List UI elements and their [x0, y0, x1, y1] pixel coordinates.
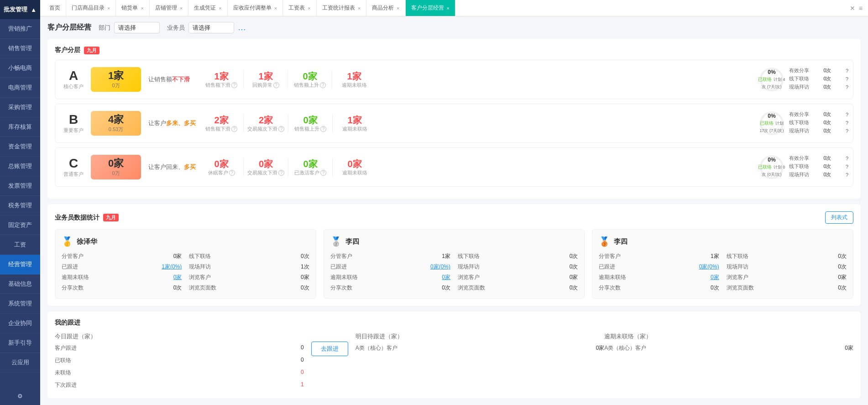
content-area: 客户分层经营 部门 请选择 业务员 请选择 … 客户分层 九月 [40, 16, 868, 405]
followup-section: 我的跟进 今日跟进（家） 客户跟进 0 已联络 0 [47, 311, 861, 398]
tier-stat2-b[interactable]: 2家 交易频次下滑 ? [247, 115, 284, 132]
staff-stat-2-2: 已跟进 0家(0%) [599, 263, 719, 271]
sidebar-item-经营管理[interactable]: 经营管理 [0, 255, 40, 274]
sidebar-item-库存核算[interactable]: 库存核算 [0, 117, 40, 137]
tier-stat2-c[interactable]: 0家 交易频次下滑 ? [247, 158, 284, 176]
tier-circle-c: 0% 已联络 计划 0次 (0天/次) [758, 153, 785, 181]
tier-stats-b: 2家 销售额下滑 ? 2家 交易频次下滑 ? 0家 销售额上升 ? 1家 逾期未… [203, 114, 754, 132]
month-badge: 九月 [84, 47, 99, 54]
tier-stat4-b[interactable]: 1家 逾期未联络 [336, 115, 373, 132]
tab-close-icon[interactable]: × [180, 5, 183, 11]
dept-select[interactable]: 请选择 [114, 22, 160, 33]
biz-month-badge: 九月 [103, 214, 119, 221]
tab-close-icon[interactable]: × [397, 5, 399, 11]
tier-stat2-a[interactable]: 1家 回购异常 ? [247, 71, 284, 89]
sidebar-title: 批发管理 [4, 5, 27, 14]
dept-label: 部门 [99, 24, 110, 32]
tier-circle-a: 0% 已联络 计划 4次 (7天/次) [758, 66, 785, 93]
staff-stat-1-2: 已跟进 0家(0%) [330, 263, 450, 271]
tab-店铺管理[interactable]: 店铺管理× [150, 0, 188, 16]
sidebar-item-系统管理[interactable]: 系统管理 [0, 294, 40, 314]
staff-stat-1-3: 现场拜访 0次 [458, 263, 578, 271]
sidebar-item-基础信息[interactable]: 基础信息 [0, 274, 40, 294]
sales-select[interactable]: 请选择 [188, 22, 234, 33]
sidebar-item-资金管理[interactable]: 资金管理 [0, 137, 40, 157]
sidebar-item-固定资产[interactable]: 固定资产 [0, 216, 40, 235]
staff-name-2: 李四 [614, 237, 627, 246]
sidebar-item-云应用[interactable]: 云应用 [0, 353, 40, 373]
tier-right-stats-a: 有效分享 0次 ? 线下联络 0次 ? 现场拜访 0次 ? [789, 67, 848, 92]
staff-name-0: 徐泽华 [77, 237, 97, 246]
tier-stat4-c[interactable]: 0家 逾期未联络 [336, 158, 373, 176]
today-row-2: 已联络 0 [55, 357, 304, 364]
sidebar-item-工资[interactable]: 工资 [0, 235, 40, 255]
tier-stat1-c[interactable]: 0家 休眠客户 ? [203, 158, 240, 176]
sidebar-item-新手引导[interactable]: 新手引导 [0, 333, 40, 353]
staff-name-row-2: 🥉 李四 [599, 236, 847, 247]
sidebar-item-采购管理[interactable]: 采购管理 [0, 98, 40, 117]
sidebar-header[interactable]: 批发管理 ▲ [0, 0, 40, 19]
tab-商品分析[interactable]: 商品分析× [366, 0, 405, 16]
today-row-3: 未联络 0 [55, 369, 304, 377]
sidebar-item-税务管理[interactable]: 税务管理 [0, 196, 40, 216]
tier-count-c[interactable]: 0家 0万 [91, 155, 141, 179]
staff-stat-2-7: 浏览页面数 0次 [727, 284, 847, 292]
tab-客户分层经营[interactable]: 客户分层经营× [406, 0, 455, 16]
more-filters-icon[interactable]: … [238, 23, 246, 32]
staff-stat-1-4: 逾期未联络 0家 [330, 274, 450, 281]
go-followup-button[interactable]: 去跟进 [311, 342, 348, 356]
tab-应收应付调整单[interactable]: 应收应付调整单× [228, 0, 283, 16]
tier-count-b[interactable]: 4家 0.53万 [91, 111, 141, 135]
list-view-button[interactable]: 列表式 [825, 211, 853, 224]
tab-工资表[interactable]: 工资表× [283, 0, 316, 16]
tab-销货单[interactable]: 销货单× [116, 0, 149, 16]
staff-stat-0-3: 现场拜访 1次 [189, 263, 309, 271]
more-tabs-icon[interactable]: ≡ [859, 5, 863, 12]
tier-label-b: B 重要客户 [60, 113, 87, 134]
tier-suggestion-b: 让客户多来、多买 [145, 119, 199, 127]
tier-stat3-c[interactable]: 0家 已激活客户 ? [292, 158, 329, 176]
tab-close-icon[interactable]: × [447, 5, 450, 11]
sidebar-item-营销推广[interactable]: 营销推广 [0, 19, 40, 39]
tab-close-icon[interactable]: × [219, 5, 221, 11]
tier-stat3-b[interactable]: 0家 销售额上升 ? [292, 115, 329, 132]
biz-section-header: 业务员数据统计 九月 列表式 [55, 211, 853, 224]
staff-stat-0-4: 逾期未联络 0家 [62, 274, 182, 281]
sidebar-item-发票管理[interactable]: 发票管理 [0, 176, 40, 196]
tab-bar-actions: ✕ ≡ [850, 5, 864, 12]
tab-close-icon[interactable]: × [274, 5, 277, 11]
settings-button[interactable]: ⚙ [0, 387, 40, 405]
tab-工资统计报表[interactable]: 工资统计报表× [317, 0, 366, 16]
main-area: 首页门店商品目录×销货单×店铺管理×生成凭证×应收应付调整单×工资表×工资统计报… [40, 0, 868, 405]
sidebar-item-企业协同[interactable]: 企业协同 [0, 314, 40, 333]
staff-stat-0-2: 已跟进 1家(0%) [62, 263, 182, 271]
tab-close-icon[interactable]: × [358, 5, 361, 11]
tier-row-b: B 重要客户 4家 0.53万 让客户多来、多买 2家 销售额下滑 ? 2家 交… [55, 104, 853, 143]
tab-生成凭证[interactable]: 生成凭证× [188, 0, 227, 16]
sidebar-item-电商管理[interactable]: 电商管理 [0, 78, 40, 98]
tab-门店商品目录[interactable]: 门店商品目录× [66, 0, 116, 16]
staff-rank-icon-0: 🥇 [62, 236, 73, 247]
close-tab-icon[interactable]: ✕ [850, 5, 855, 12]
go-followup-btn-wrapper: 去跟进 [304, 332, 356, 356]
overdue-row-1: A类（核心）客户 0家 [604, 344, 853, 352]
staff-stat-0-5: 浏览客户 0家 [189, 274, 309, 281]
customer-section-title: 客户分层 九月 [55, 46, 853, 54]
tier-stat3-a[interactable]: 0家 销售额上升 ? [292, 71, 328, 89]
tier-count-a[interactable]: 1家 0万 [91, 67, 141, 91]
sidebar-item-总账管理[interactable]: 总账管理 [0, 157, 40, 176]
sidebar-item-小畅电商[interactable]: 小畅电商 [0, 58, 40, 78]
tier-circle-b: 0% 已联络 计划 17次 (7天/次) [758, 110, 785, 137]
tier-stat1-b[interactable]: 2家 销售额下滑 ? [203, 115, 240, 132]
sales-label: 业务员 [167, 24, 185, 32]
staff-stat-2-6: 分享次数 0次 [599, 284, 719, 292]
tier-stat1-a[interactable]: 1家 销售额下滑 ? [203, 71, 240, 89]
sidebar-item-销售管理[interactable]: 销售管理 [0, 39, 40, 58]
tab-首页[interactable]: 首页 [44, 0, 66, 16]
tab-close-icon[interactable]: × [141, 5, 143, 11]
tier-stat4-a[interactable]: 1家 逾期未联络 [336, 71, 372, 89]
dept-filter: 部门 请选择 [99, 22, 160, 33]
tab-close-icon[interactable]: × [308, 5, 310, 11]
tab-close-icon[interactable]: × [107, 5, 110, 11]
tomorrow-followup-title: 明日待跟进（家） [356, 332, 605, 341]
